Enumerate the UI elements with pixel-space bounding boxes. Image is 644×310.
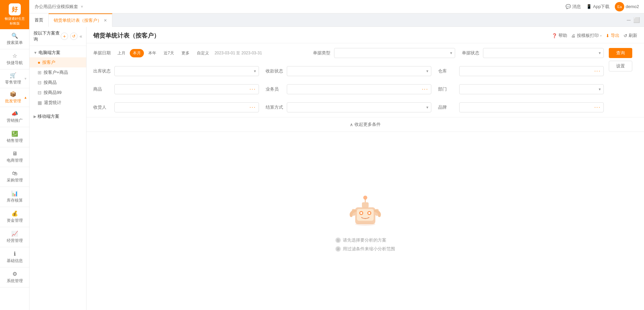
order-type-select[interactable]: ▾ <box>334 48 455 58</box>
date-this-year-btn[interactable]: 本年 <box>145 49 159 57</box>
date-7days-btn[interactable]: 近7天 <box>161 49 177 57</box>
help-button[interactable]: ❓ 帮助 <box>552 33 567 39</box>
app-logo[interactable]: 好 畅捷通好生意 标账版 <box>0 0 29 29</box>
collapse-scheme-button[interactable]: « <box>79 34 82 39</box>
scheme-item-goods99[interactable]: ⊟ 按商品99 <box>30 88 86 98</box>
date-options-group: 上月 本月 本年 近7天 更多 自定义 2023-03-01 至 2023-03… <box>114 49 262 57</box>
sidebar-item-label: 零售管理 <box>5 80 21 85</box>
sidebar-item-finance[interactable]: 💰 资金管理 <box>0 207 29 227</box>
receipt-status-filter-item: 收款状态 ▾ <box>266 66 431 76</box>
info-icon: ℹ <box>14 251 16 257</box>
mobile-group-label: 移动端方案 <box>38 113 59 119</box>
sidebar-item-basic-info[interactable]: ℹ 基础信息 <box>0 247 29 267</box>
order-status-select[interactable]: ▾ <box>483 48 604 58</box>
help-icon: ❓ <box>552 33 557 38</box>
goods-input[interactable]: ··· <box>114 84 259 94</box>
settlement-select[interactable]: ▾ <box>287 102 431 112</box>
operation-icon: 📈 <box>11 230 18 237</box>
out-status-select[interactable]: ▾ <box>114 66 259 76</box>
warehouse-more-icon: ··· <box>594 68 601 74</box>
sidebar-item-label: 基础信息 <box>7 258 23 264</box>
filter-area: 单据日期 上月 本月 本年 近7天 更多 自定义 2023-03-01 至 20… <box>87 43 644 117</box>
settings-button[interactable]: 设置 <box>609 61 632 71</box>
date-this-month-btn[interactable]: 本月 <box>130 49 144 57</box>
date-more-btn[interactable]: 更多 <box>178 49 193 57</box>
sidebar-item-label: 销售管理 <box>7 138 23 144</box>
sidebar-item-label: 快捷导航 <box>7 60 23 66</box>
sidebar-item-inventory[interactable]: 📊 库存核算 <box>0 187 29 207</box>
sidebar-item-quick-nav[interactable]: ☆ 快捷导航 <box>0 49 29 69</box>
collapse-button[interactable]: ∧ 收起更多条件 <box>346 120 385 129</box>
purchase-icon: 🛍 <box>12 170 17 176</box>
print-button[interactable]: 🖨 按模板打印 ▾ <box>571 33 602 39</box>
customer-goods-icon: ⊞ <box>38 70 42 75</box>
sidebar-item-retail[interactable]: 🛒 零售管理 ▼ <box>0 69 29 88</box>
sidebar-item-ecommerce[interactable]: 🖥 电商管理 <box>0 147 29 167</box>
out-status-arrow-icon: ▾ <box>254 69 256 73</box>
sidebar-item-label: 库存核算 <box>7 198 23 203</box>
sidebar-item-search[interactable]: 🔍 搜索菜单 <box>0 29 29 49</box>
sidebar-item-system[interactable]: ⚙ 系统管理 <box>0 267 29 288</box>
svg-rect-2 <box>357 209 374 221</box>
recipient-label: 收货人 <box>93 104 112 110</box>
sidebar-item-wholesale[interactable]: 📦 批发管理 ▲ <box>0 88 29 107</box>
sidebar-item-purchase[interactable]: 🛍 采购管理 <box>0 167 29 187</box>
receipt-status-label: 收款状态 <box>266 68 284 74</box>
avatar: Ea <box>615 2 624 11</box>
window-maximize-button[interactable]: ⬜ <box>633 17 640 23</box>
scheme-item-by-customer[interactable]: ● 按客户 <box>30 57 86 67</box>
download-icon: 📱 <box>586 4 592 9</box>
goods-more-icon: ··· <box>250 86 256 92</box>
window-minimize-button[interactable]: ─ <box>627 17 631 23</box>
desktop-group-label: 电脑端方案 <box>39 50 60 56</box>
export-label: 导出 <box>611 33 620 39</box>
desktop-group-title[interactable]: ▼ 电脑端方案 <box>30 48 86 57</box>
scheme-item-by-goods[interactable]: ⊟ 按商品 <box>30 78 86 88</box>
sales-icon: 💹 <box>11 131 18 137</box>
salesperson-filter-item: 业务员 ··· <box>266 84 431 94</box>
help-label: 帮助 <box>558 33 567 39</box>
warehouse-input[interactable]: ··· <box>459 66 604 76</box>
message-label: 消息 <box>572 4 581 10</box>
marketing-icon: 📣 <box>11 110 18 117</box>
tab-sales-stats[interactable]: 销货单统计表（按客户） ✕ <box>49 13 112 27</box>
order-type-filter-item: 单据类型 ▾ <box>313 48 455 58</box>
add-scheme-button[interactable]: + <box>61 33 68 40</box>
sidebar-item-operation[interactable]: 📈 经营管理 <box>0 227 29 247</box>
refresh-button[interactable]: ↺ 刷新 <box>624 33 637 39</box>
recipient-input[interactable]: ··· <box>114 102 259 112</box>
scheme-panel: 按以下方案查询 + ↺ « ▼ 电脑端方案 ● 按客户 ⊞ 按 <box>30 27 87 310</box>
receipt-status-select[interactable]: ▾ <box>287 66 431 76</box>
tip-text-2: 用过滤条件来缩小分析范围 <box>343 245 395 253</box>
scheme-item-customer-goods[interactable]: ⊞ 按客户+商品 <box>30 67 86 78</box>
scheme-item-return-stats[interactable]: ▦ 退货统计 <box>30 98 86 108</box>
svg-rect-9 <box>362 202 369 208</box>
tab-home[interactable]: 首页 <box>30 13 49 27</box>
app-download-button[interactable]: 📱 App下载 <box>586 4 609 10</box>
user-menu[interactable]: Ea demo2 <box>615 2 639 11</box>
brand-filter-item: 品牌 ··· <box>438 102 604 112</box>
settlement-filter-item: 结算方式 ▾ <box>266 102 431 112</box>
export-button[interactable]: ⬇ 导出 <box>606 33 620 39</box>
salesperson-input[interactable]: ··· <box>287 84 431 94</box>
department-select[interactable]: ▾ <box>459 84 604 94</box>
tip-text-1: 请先选择要分析的方案 <box>343 236 386 245</box>
date-custom-btn[interactable]: 自定义 <box>194 49 212 57</box>
sidebar-item-sales[interactable]: 💹 销售管理 <box>0 127 29 147</box>
date-label: 单据日期 <box>93 50 112 56</box>
date-last-month-btn[interactable]: 上月 <box>114 49 128 57</box>
salesperson-more-icon: ··· <box>422 86 428 92</box>
group-expand-icon: ▼ <box>34 51 37 55</box>
page-title: 销货单统计表（按客户） <box>93 32 160 40</box>
sidebar-item-marketing[interactable]: 📣 营销推广 <box>0 107 29 127</box>
mobile-group-title[interactable]: ▶ 移动端方案 <box>30 112 86 121</box>
brand-input[interactable]: ··· <box>459 102 604 112</box>
filter-row-3: 商品 ··· 业务员 ··· <box>93 84 604 94</box>
query-button[interactable]: 查询 <box>609 48 632 58</box>
settlement-label: 结算方式 <box>266 104 284 110</box>
tab-close-button[interactable]: ✕ <box>104 18 107 23</box>
refresh-scheme-button[interactable]: ↺ <box>70 33 77 40</box>
salesperson-label: 业务员 <box>266 86 284 92</box>
order-status-filter-item: 单据状态 ▾ <box>462 48 604 58</box>
message-button[interactable]: 💬 消息 <box>566 4 581 10</box>
